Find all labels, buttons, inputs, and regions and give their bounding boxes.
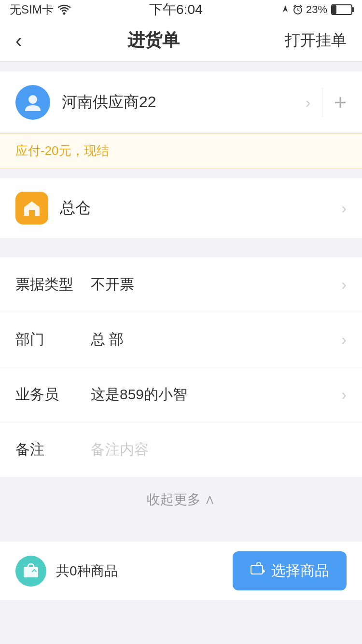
department-label: 部门 (15, 330, 83, 350)
salesman-row[interactable]: 业务员 这是859的小智 › (0, 367, 362, 422)
alarm-icon (292, 4, 303, 15)
svg-point-2 (28, 95, 37, 104)
invoice-chevron-icon: › (341, 276, 347, 294)
invoice-row[interactable]: 票据类型 不开票 › (0, 257, 362, 312)
collapse-label: 收起更多 ∧ (147, 492, 216, 507)
notice-text: 应付-20元，现结 (15, 143, 109, 158)
battery-icon (331, 4, 352, 15)
select-product-icon (250, 562, 265, 579)
department-row[interactable]: 部门 总 部 › (0, 312, 362, 367)
status-right: 23% (281, 3, 352, 16)
invoice-value: 不开票 (91, 275, 341, 294)
wifi-icon (57, 4, 71, 15)
add-button[interactable]: + (334, 92, 347, 113)
supplier-divider (322, 88, 322, 117)
status-left: 无SIM卡 (10, 2, 71, 17)
remark-label: 备注 (15, 440, 83, 460)
status-time: 下午6:04 (149, 0, 203, 19)
supplier-row[interactable]: 河南供应商22 › + (0, 71, 362, 133)
warehouse-name: 总仓 (60, 197, 341, 219)
department-value: 总 部 (91, 330, 341, 350)
bottom-bar: 共0种商品 选择商品 (0, 542, 362, 600)
back-button[interactable]: ‹ (15, 31, 22, 50)
remark-row[interactable]: 备注 备注内容 (0, 422, 362, 477)
salesman-label: 业务员 (15, 385, 83, 405)
invoice-label: 票据类型 (15, 275, 83, 294)
product-count: 共0种商品 (56, 562, 223, 580)
svg-point-0 (63, 13, 65, 15)
department-chevron-icon: › (341, 331, 347, 349)
warehouse-chevron-icon: › (341, 199, 347, 217)
section-gap-3 (0, 522, 362, 532)
svg-rect-3 (29, 210, 35, 216)
open-pending-button[interactable]: 打开挂单 (285, 30, 347, 51)
section-gap-1 (0, 62, 362, 71)
remark-value: 备注内容 (91, 440, 347, 460)
supplier-card: 河南供应商22 › + 应付-20元，现结 (0, 71, 362, 168)
carrier-label: 无SIM卡 (10, 2, 54, 17)
gps-icon (281, 4, 290, 15)
product-icon (15, 556, 46, 587)
notice-banner: 应付-20元，现结 (0, 133, 362, 168)
page-title: 进货单 (127, 28, 180, 52)
collapse-row[interactable]: 收起更多 ∧ (0, 477, 362, 522)
supplier-avatar (15, 85, 50, 120)
supplier-name: 河南供应商22 (62, 92, 306, 113)
nav-bar: ‹ 进货单 打开挂单 (0, 19, 362, 62)
form-section: 票据类型 不开票 › 部门 总 部 › 业务员 这是859的小智 › 备注 备注… (0, 257, 362, 477)
house-icon (22, 198, 42, 218)
warehouse-icon (15, 192, 48, 224)
section-gap-2 (0, 238, 362, 248)
add-product-icon (250, 562, 265, 576)
salesman-chevron-icon: › (341, 386, 347, 404)
salesman-value: 这是859的小智 (91, 385, 341, 405)
svg-rect-5 (251, 565, 263, 574)
cart-icon (22, 562, 40, 580)
warehouse-row[interactable]: 总仓 › (0, 178, 362, 238)
supplier-chevron-icon: › (306, 94, 311, 112)
select-product-button[interactable]: 选择商品 (233, 551, 347, 590)
status-bar: 无SIM卡 下午6:04 23% (0, 0, 362, 19)
svg-rect-4 (24, 567, 38, 577)
user-icon (22, 92, 43, 113)
select-product-label: 选择商品 (271, 561, 329, 581)
battery-percent: 23% (306, 3, 327, 16)
